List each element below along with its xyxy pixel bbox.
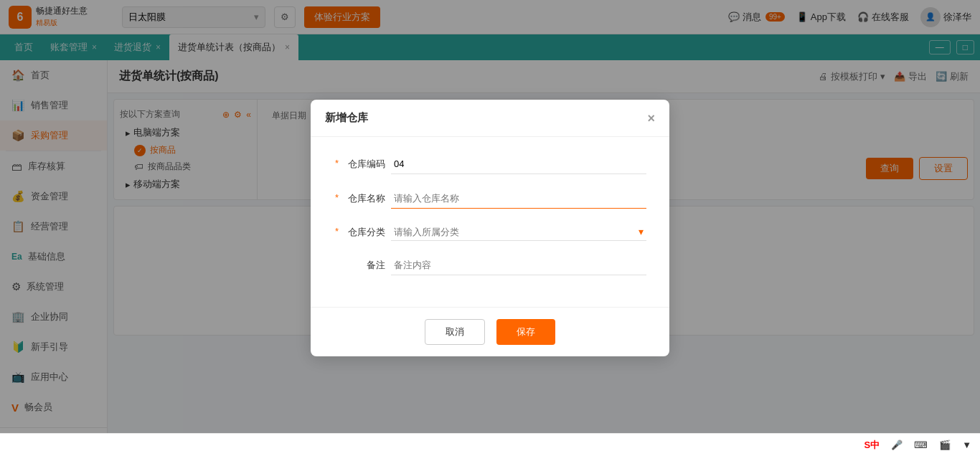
category-label: 仓库分类: [334, 226, 391, 239]
dialog-close-button[interactable]: ×: [647, 112, 655, 125]
toolbar-collapse-icon[interactable]: ▼: [962, 440, 971, 450]
category-select-wrap[interactable]: ▾: [391, 223, 646, 241]
keyboard-icon[interactable]: ⌨: [914, 440, 928, 450]
form-row-name: 仓库名称: [334, 189, 646, 209]
dialog-body: 仓库编码 仓库名称 仓库分类 ▾ 备注: [311, 137, 669, 307]
dialog-title: 新增仓库: [325, 111, 368, 125]
category-dropdown-icon: ▾: [639, 226, 644, 237]
microphone-icon[interactable]: 🎤: [891, 440, 903, 450]
dialog-footer: 取消 保存: [311, 307, 669, 356]
dialog-header: 新增仓库 ×: [311, 100, 669, 137]
category-input[interactable]: [394, 227, 639, 237]
form-row-category: 仓库分类 ▾: [334, 223, 646, 241]
code-label: 仓库编码: [334, 158, 391, 171]
code-input[interactable]: [391, 154, 646, 174]
save-button[interactable]: 保存: [496, 319, 555, 345]
camera-icon[interactable]: 🎬: [939, 440, 951, 450]
remark-label: 备注: [334, 259, 391, 272]
bottom-bar: S中 🎤 ⌨ 🎬 ▼: [0, 433, 980, 456]
new-warehouse-dialog: 新增仓库 × 仓库编码 仓库名称 仓库分类 ▾: [311, 100, 669, 356]
form-row-remark: 备注: [334, 255, 646, 275]
modal-overlay: 新增仓库 × 仓库编码 仓库名称 仓库分类 ▾: [0, 0, 980, 456]
remark-input[interactable]: [391, 255, 646, 275]
name-input[interactable]: [391, 189, 646, 209]
cancel-button[interactable]: 取消: [425, 319, 485, 345]
sogou-icon[interactable]: S中: [864, 439, 880, 452]
form-row-code: 仓库编码: [334, 154, 646, 174]
name-label: 仓库名称: [334, 192, 391, 205]
